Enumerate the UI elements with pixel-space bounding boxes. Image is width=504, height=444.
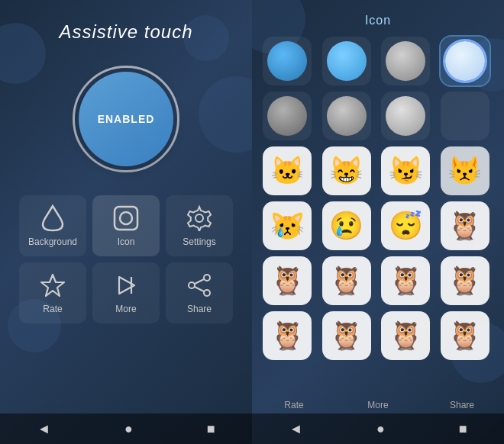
icon-grid-row1 (260, 37, 496, 85)
menu-item-background[interactable]: Background (19, 195, 86, 256)
cat-emoji-row2: 😿 😢 😴 🦉 (260, 201, 496, 250)
svg-marker-3 (41, 275, 64, 296)
icon-circle-white-dark[interactable] (381, 37, 430, 85)
menu-label-more: More (115, 304, 136, 314)
emoji-owl5[interactable]: 🦉 (441, 256, 489, 305)
star-icon (39, 272, 66, 299)
emoji-owl4[interactable]: 🦉 (381, 256, 430, 305)
owl-row1: 🦉 🦉 🦉 🦉 (260, 256, 496, 305)
right-label-rate: Rate (252, 400, 336, 410)
menu-item-rate[interactable]: Rate (19, 262, 86, 323)
emoji-cat3[interactable]: 😼 (381, 146, 430, 195)
icon-circle-blue-light[interactable] (322, 37, 371, 85)
right-recents-button[interactable]: ■ (459, 421, 467, 437)
menu-item-more[interactable]: More (92, 262, 160, 323)
right-panel: Icon (252, 0, 504, 444)
home-button[interactable]: ● (124, 421, 133, 437)
drop-icon (39, 204, 66, 232)
right-bottom-area: Rate More Share ◄ ● ■ (252, 395, 504, 444)
emoji-owl6[interactable]: 🦉 (263, 311, 312, 360)
emoji-owl9[interactable]: 🦉 (441, 311, 489, 360)
menu-label-share: Share (187, 304, 212, 314)
right-content: Icon (252, 0, 504, 395)
emoji-cat7[interactable]: 😴 (381, 201, 430, 250)
svg-point-7 (204, 290, 210, 296)
icon-panel-title: Icon (260, 14, 496, 27)
circle-gray2 (327, 96, 367, 136)
menu-label-background: Background (28, 236, 77, 247)
emoji-owl7[interactable]: 🦉 (322, 311, 371, 360)
menu-label-icon: Icon (118, 236, 135, 247)
circle-gray3 (386, 96, 425, 136)
menu-grid: Background Icon (19, 195, 233, 323)
emoji-cat1[interactable]: 🐱 (263, 146, 312, 195)
menu-item-settings[interactable]: Settings (166, 195, 233, 256)
gear-icon (186, 204, 213, 232)
right-bottom-labels: Rate More Share (252, 395, 504, 413)
icon-grid-row2 (260, 92, 496, 140)
svg-line-9 (195, 279, 204, 284)
cat-emoji-row1: 🐱 😸 😼 😾 (260, 146, 496, 195)
emoji-owl8[interactable]: 🦉 (381, 311, 430, 360)
back-button[interactable]: ◄ (37, 421, 50, 437)
svg-point-2 (195, 214, 203, 222)
emoji-owl2[interactable]: 🦉 (263, 256, 312, 305)
right-label-more: More (336, 400, 420, 410)
emoji-cat4[interactable]: 😾 (441, 146, 489, 195)
svg-line-10 (195, 287, 204, 291)
circle-blue-dark (267, 41, 307, 81)
circle-white-dark (386, 41, 425, 81)
emoji-cat5[interactable]: 😿 (263, 201, 312, 250)
square-circle-icon (112, 204, 140, 232)
circle-white-selected (445, 41, 485, 81)
recents-button[interactable]: ■ (207, 421, 215, 437)
emoji-owl1[interactable]: 🦉 (441, 201, 489, 250)
svg-point-1 (120, 212, 132, 224)
icon-circle-white-selected[interactable] (441, 37, 489, 85)
emoji-cat2[interactable]: 😸 (322, 146, 371, 195)
circle-gray1 (267, 96, 307, 136)
share-icon (186, 272, 213, 299)
owl-row2: 🦉 🦉 🦉 🦉 (260, 311, 496, 360)
icon-circle-blue-dark[interactable] (263, 37, 312, 85)
circle-blue-light (327, 41, 367, 81)
left-content: Assistive touch ENABLED Background (0, 0, 252, 413)
right-back-button[interactable]: ◄ (289, 421, 302, 437)
enabled-button[interactable]: ENABLED (79, 72, 173, 166)
svg-point-8 (189, 282, 195, 288)
svg-rect-0 (115, 207, 137, 230)
left-panel: Assistive touch ENABLED Background (0, 0, 252, 444)
icon-circle-empty[interactable] (441, 92, 489, 140)
menu-label-settings: Settings (183, 236, 215, 247)
enabled-button-ring: ENABLED (73, 66, 179, 172)
left-bottom-nav: ◄ ● ■ (0, 413, 252, 444)
icon-circle-gray2[interactable] (322, 92, 371, 140)
menu-label-rate: Rate (43, 304, 62, 314)
menu-item-icon[interactable]: Icon (92, 195, 160, 256)
right-bottom-nav: ◄ ● ■ (252, 413, 504, 444)
emoji-cat6[interactable]: 😢 (322, 201, 371, 250)
menu-item-share[interactable]: Share (166, 262, 233, 323)
icon-circle-gray1[interactable] (263, 92, 312, 140)
play-triangle-icon (112, 272, 140, 299)
right-label-share: Share (420, 400, 504, 410)
right-home-button[interactable]: ● (376, 421, 385, 437)
app-title: Assistive touch (59, 21, 192, 43)
emoji-owl3[interactable]: 🦉 (322, 256, 371, 305)
svg-point-6 (204, 275, 210, 281)
enabled-label: ENABLED (98, 113, 155, 125)
icon-circle-gray3[interactable] (381, 92, 430, 140)
